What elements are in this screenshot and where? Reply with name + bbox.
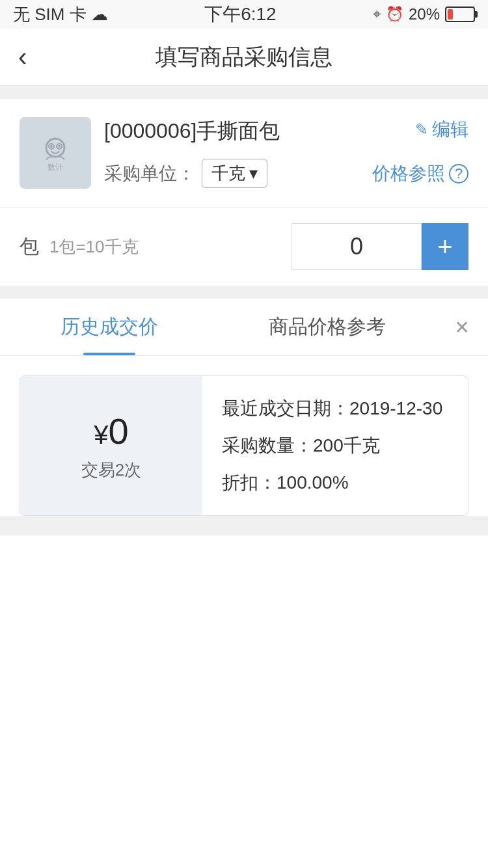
svg-point-4 (58, 145, 61, 148)
svg-point-3 (50, 145, 53, 148)
price-value: ¥0 (94, 410, 128, 452)
edit-button[interactable]: ✎ 编辑 (415, 117, 468, 142)
trade-count: 交易2次 (81, 459, 141, 481)
alarm-icon: ⏰ (386, 6, 403, 23)
product-card: 数计 [0000006]手撕面包 ✎ 编辑 采购单位： 千克 ▾ 价格参照 ? (0, 99, 488, 207)
quantity-unit-info: 包 1包=10千克 (20, 234, 139, 260)
package-unit-label: 包 (20, 234, 39, 260)
status-left: 无 SIM 卡 ☁ (13, 3, 108, 26)
status-time: 下午6:12 (204, 2, 277, 27)
status-bar: 无 SIM 卡 ☁ 下午6:12 ⌖ ⏰ 20% (0, 0, 488, 29)
price-reference-button[interactable]: 价格参照 ? (372, 161, 468, 186)
quantity-row: 包 1包=10千克 + (0, 207, 488, 286)
unit-label: 采购单位： (104, 161, 195, 186)
close-tabs-button[interactable]: × (436, 314, 488, 341)
discount-rate: 折扣：100.00% (222, 470, 448, 495)
price-summary: ¥0 交易2次 (20, 376, 202, 515)
purchase-quantity: 采购数量：200千克 (222, 433, 448, 458)
unit-conversion-text: 1包=10千克 (49, 236, 139, 258)
product-header: [0000006]手撕面包 ✎ 编辑 (104, 117, 468, 146)
back-button[interactable]: ‹ (18, 42, 27, 72)
product-thumbnail: 数计 (20, 117, 91, 189)
location-icon: ⌖ (373, 6, 381, 23)
battery-icon (445, 7, 475, 22)
help-icon: ? (449, 164, 468, 183)
sim-status: 无 SIM 卡 ☁ (13, 3, 108, 26)
page-title: 填写商品采购信息 (156, 42, 332, 72)
quantity-input[interactable] (291, 223, 422, 270)
product-name: [0000006]手撕面包 (104, 117, 280, 146)
quantity-input-group: + (291, 223, 468, 270)
product-image-placeholder: 数计 (36, 133, 75, 172)
recent-trade-date: 最近成交日期：2019-12-30 (222, 396, 448, 421)
product-unit-row: 采购单位： 千克 ▾ 价格参照 ? (104, 159, 468, 188)
nav-bar: ‹ 填写商品采购信息 (0, 29, 488, 86)
currency-symbol: ¥ (94, 420, 108, 449)
tabs-section: 历史成交价 商品价格参考 × ¥0 交易2次 最近成交日期：2019-12-30… (0, 299, 488, 516)
dropdown-arrow-icon: ▾ (249, 163, 258, 183)
product-info: [0000006]手撕面包 ✎ 编辑 采购单位： 千克 ▾ 价格参照 ? (104, 117, 468, 188)
status-right: ⌖ ⏰ 20% (373, 5, 475, 23)
edit-icon: ✎ (415, 120, 428, 139)
tab-product-price-reference[interactable]: 商品价格参考 (218, 299, 436, 355)
price-card: ¥0 交易2次 最近成交日期：2019-12-30 采购数量：200千克 折扣：… (20, 375, 468, 516)
bottom-area (0, 536, 488, 868)
tab-historical-price[interactable]: 历史成交价 (0, 299, 218, 355)
tab-active-indicator (83, 353, 135, 355)
tabs-header: 历史成交价 商品价格参考 × (0, 299, 488, 356)
battery-fill (448, 9, 453, 20)
quantity-plus-button[interactable]: + (422, 223, 468, 270)
battery-percent: 20% (409, 5, 440, 23)
svg-text:数计: 数计 (47, 163, 63, 172)
unit-dropdown[interactable]: 千克 ▾ (202, 159, 267, 188)
price-details: 最近成交日期：2019-12-30 采购数量：200千克 折扣：100.00% (202, 376, 468, 515)
